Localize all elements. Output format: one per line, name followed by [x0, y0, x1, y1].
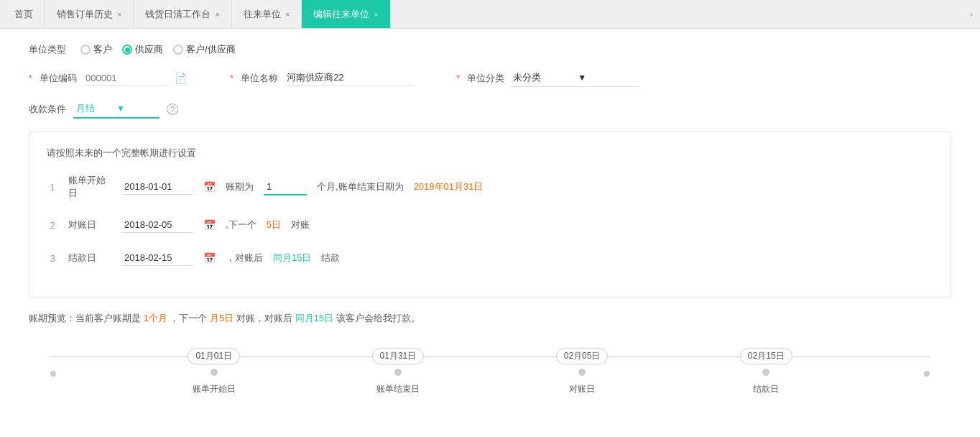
- row-2-number: 2: [47, 220, 58, 231]
- row-1-calendar-icon[interactable]: 📅: [203, 181, 216, 193]
- tab-bar: 首页 销售订单历史 × 钱货日清工作台 × 往来单位 × 编辑往来单位 × ›: [0, 0, 980, 29]
- radio-both-circle: [173, 45, 183, 55]
- unit-code-input[interactable]: [83, 70, 169, 86]
- tab-cash-work[interactable]: 钱货日清工作台 ×: [134, 0, 231, 28]
- row-3-number: 3: [47, 253, 58, 264]
- preview-highlight3: 同月15日: [295, 313, 333, 323]
- preview-mid2: 对账，对账后: [236, 313, 292, 323]
- unit-category-group: * 单位分类 未分类 ▼: [456, 69, 639, 87]
- radio-customer[interactable]: 客户: [80, 43, 112, 56]
- row-2-highlight: 5日: [267, 218, 281, 231]
- timeline-left-dot: [50, 371, 56, 377]
- unit-category-value: 未分类: [513, 71, 572, 84]
- radio-supplier[interactable]: 供应商: [122, 43, 163, 56]
- tab-edit-partner-close[interactable]: ×: [374, 10, 378, 19]
- row-1-label: 账单开始日: [68, 174, 111, 200]
- timeline-point-4-date: 02月15日: [740, 348, 792, 364]
- radio-supplier-circle: [122, 45, 132, 55]
- tab-cash-work-label: 钱货日清工作台: [145, 8, 211, 21]
- timeline-points: 01月01日 账单开始日 01月31日 账单结束日 02月05日 对账日 02月…: [50, 348, 930, 395]
- unit-type-label: 单位类型: [29, 43, 66, 56]
- settings-panel: 请按照未来的一个完整帐期进行设置 1 账单开始日 📅 账期为 个月,账单结束日期…: [29, 132, 951, 298]
- unit-name-group: * 单位名称: [230, 70, 413, 86]
- radio-customer-circle: [80, 45, 91, 55]
- row-1-highlight: 2018年01月31日: [414, 180, 484, 193]
- tab-sales-history-label: 销售订单历史: [57, 8, 113, 21]
- timeline-dot-1: [211, 369, 218, 376]
- row-1-number: 1: [47, 182, 58, 193]
- payment-dropdown-arrow-icon: ▼: [116, 104, 157, 114]
- timeline-point-3-label: 对账日: [569, 383, 595, 395]
- preview-highlight2: 月5日: [210, 313, 234, 323]
- timeline-point-3-date: 02月05日: [556, 348, 609, 364]
- tab-home-label: 首页: [14, 8, 33, 21]
- timeline-point-4: 02月15日 结款日: [740, 348, 792, 395]
- tab-sales-history[interactable]: 销售订单历史 ×: [45, 0, 134, 28]
- settings-title: 请按照未来的一个完整帐期进行设置: [47, 147, 933, 160]
- timeline-dot-4: [762, 369, 769, 376]
- unit-code-group: * 单位编码 📄: [29, 70, 187, 86]
- tab-cash-work-close[interactable]: ×: [215, 10, 219, 19]
- timeline-right-dot: [924, 371, 930, 377]
- tab-sales-history-close[interactable]: ×: [117, 10, 121, 19]
- unit-code-label: 单位编码: [40, 72, 77, 85]
- timeline-point-3: 02月05日 对账日: [556, 348, 609, 395]
- timeline-dot-2: [394, 369, 402, 376]
- main-content: 单位类型 客户 供应商 客户/供应商 * 单位编码 📄 * 单位名称: [0, 29, 980, 437]
- timeline-point-2: 01月31日 账单结束日: [372, 348, 425, 395]
- row-2-date-input[interactable]: [121, 217, 193, 233]
- radio-both[interactable]: 客户/供应商: [173, 43, 236, 56]
- preview-suffix: 该客户会给我打款。: [336, 313, 420, 323]
- timeline-dot-3: [578, 369, 586, 376]
- unit-category-required: *: [456, 73, 460, 83]
- tab-edit-partner-label: 编辑往来单位: [313, 8, 369, 21]
- timeline-point-1-label: 账单开始日: [193, 383, 236, 395]
- tab-edit-partner[interactable]: 编辑往来单位 ×: [302, 0, 390, 28]
- tab-home[interactable]: 首页: [0, 0, 45, 28]
- tab-partner-close[interactable]: ×: [285, 10, 290, 19]
- payment-row: 收款条件 月结 ▼ ?: [29, 100, 951, 119]
- unit-code-icon[interactable]: 📄: [175, 73, 187, 84]
- unit-name-required: *: [230, 73, 234, 83]
- timeline-point-1: 01月01日 账单开始日: [188, 348, 240, 395]
- preview-highlight1: 1个月: [144, 313, 167, 323]
- tab-more-arrow[interactable]: ›: [963, 0, 980, 28]
- timeline-point-2-date: 01月31日: [372, 348, 425, 364]
- tab-partner-label: 往来单位: [244, 8, 281, 21]
- period-input[interactable]: [264, 179, 307, 196]
- row-3-desc-suffix: 结款: [321, 252, 340, 264]
- payment-help-icon[interactable]: ?: [167, 104, 178, 115]
- payment-condition-value: 月结: [76, 102, 116, 115]
- tab-partner[interactable]: 往来单位 ×: [232, 0, 302, 28]
- radio-group: 客户 供应商 客户/供应商: [80, 43, 236, 56]
- unit-category-dropdown[interactable]: 未分类 ▼: [510, 69, 639, 87]
- row-1-date-input[interactable]: [121, 179, 193, 195]
- payment-label: 收款条件: [29, 103, 66, 116]
- unit-code-required: *: [29, 73, 32, 83]
- settings-row-1: 1 账单开始日 📅 账期为 个月,账单结束日期为 2018年01月31日: [47, 174, 933, 200]
- preview-row: 账期预览：当前客户账期是 1个月 ，下一个 月5日 对账，对账后 同月15日 该…: [29, 310, 951, 326]
- settings-row-2: 2 对账日 📅 ,下一个 5日 对账: [47, 217, 933, 233]
- radio-customer-label: 客户: [93, 43, 112, 56]
- timeline-point-4-label: 结款日: [753, 383, 779, 395]
- payment-condition-dropdown[interactable]: 月结 ▼: [73, 100, 160, 119]
- radio-supplier-label: 供应商: [135, 43, 163, 56]
- row-3-calendar-icon[interactable]: 📅: [203, 252, 216, 264]
- unit-category-arrow-icon: ▼: [578, 73, 637, 83]
- radio-both-label: 客户/供应商: [186, 43, 236, 56]
- row-1-desc-prefix: 账期为: [226, 180, 254, 193]
- row-2-label: 对账日: [68, 218, 111, 231]
- row-2-desc-suffix: 对账: [291, 218, 310, 231]
- row-3-highlight: 同月15日: [273, 252, 311, 264]
- preview-prefix: 账期预览：当前客户账期是: [29, 313, 141, 323]
- unit-name-label: 单位名称: [241, 72, 278, 85]
- settings-row-3: 3 结款日 📅 ，对账后 同月15日 结款: [47, 250, 933, 266]
- timeline-point-2-label: 账单结束日: [376, 383, 420, 395]
- row-1-desc-suffix: 个月,账单结束日期为: [317, 180, 404, 193]
- unit-info-row: * 单位编码 📄 * 单位名称 * 单位分类 未分类 ▼: [29, 69, 951, 87]
- row-3-date-input[interactable]: [121, 250, 193, 266]
- row-2-calendar-icon[interactable]: 📅: [203, 219, 216, 231]
- unit-name-input[interactable]: [284, 70, 413, 86]
- row-3-desc-prefix: ，对账后: [226, 252, 263, 264]
- row-3-label: 结款日: [68, 252, 111, 264]
